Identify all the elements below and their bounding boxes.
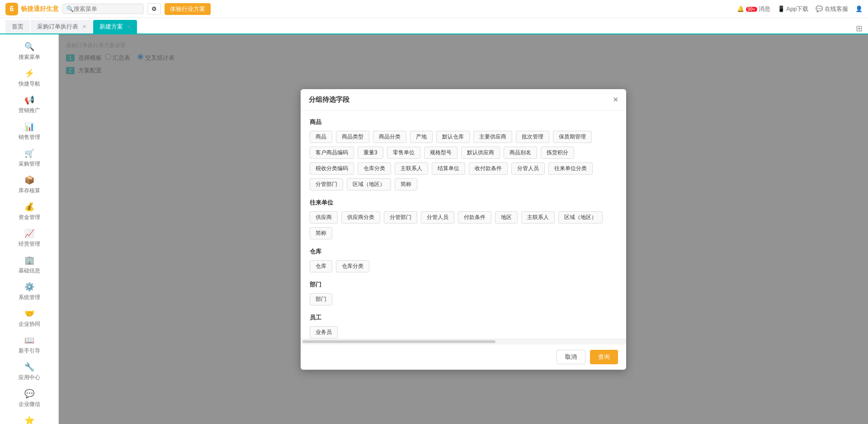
sidebar-item-quicknav[interactable]: ⚡ 快捷导航: [0, 65, 58, 91]
app-name: 畅捷通好生意: [21, 5, 59, 13]
sidebar-item-apps[interactable]: 🔧 应用中心: [0, 358, 58, 385]
main-layout: 🔍 搜索菜单 ⚡ 快捷导航 📢 营销推广 📊 销售管理 🛒 采购管理 📦 库存核…: [0, 34, 868, 424]
tab-close-new-plan[interactable]: ×: [127, 23, 131, 30]
wechat-icon: 💬: [24, 389, 34, 399]
tag-area[interactable]: 地区: [495, 211, 518, 224]
tag-partner-category[interactable]: 往来单位分类: [548, 162, 593, 175]
department-tags: 部门: [310, 293, 617, 305]
tag-department[interactable]: 部门: [310, 293, 332, 305]
tag-spec-model[interactable]: 规格型号: [424, 147, 458, 159]
tab-expand[interactable]: ⊞: [856, 24, 863, 33]
tag-retail-unit[interactable]: 零售单位: [387, 147, 420, 159]
sidebar-item-marketing[interactable]: 📢 营销推广: [0, 91, 58, 118]
sidebar-item-sales[interactable]: 📊 销售管理: [0, 118, 58, 145]
sidebar-label-apps: 应用中心: [19, 374, 40, 381]
tab-close-purchase[interactable]: ×: [83, 23, 86, 30]
sidebar-label-basic: 基础信息: [19, 267, 40, 275]
section-department-title: 部门: [310, 281, 617, 289]
sidebar-item-operations[interactable]: 📈 经营管理: [0, 225, 58, 252]
tag-warehouse-category[interactable]: 仓库分类: [358, 162, 391, 175]
sidebar-item-collab[interactable]: 🤝 企业协同: [0, 305, 58, 332]
tag-batch-mgmt[interactable]: 批次管理: [516, 131, 549, 143]
section-product-title: 商品: [310, 118, 617, 126]
tag-warehouse[interactable]: 仓库: [310, 260, 332, 272]
tab-purchase-order[interactable]: 采购订单执行表 ×: [31, 20, 92, 33]
sidebar-item-member[interactable]: ⭐ 畅会员: [0, 412, 58, 424]
sidebar-item-system[interactable]: ⚙️ 系统管理: [0, 278, 58, 305]
tag-partner-abbr[interactable]: 简称: [310, 227, 332, 239]
tag-payment-cond[interactable]: 付款条件: [458, 211, 491, 224]
tag-main-supplier[interactable]: 主要供应商: [473, 131, 512, 143]
tag-partner-contact[interactable]: 主联系人: [521, 211, 555, 224]
confirm-button[interactable]: 查询: [590, 350, 618, 364]
app-download[interactable]: 📱 App下载: [778, 5, 808, 13]
sidebar-label-purchase: 采购管理: [19, 160, 40, 168]
section-employee-title: 员工: [310, 314, 617, 322]
system-icon: ⚙️: [24, 282, 34, 292]
tag-pick-points[interactable]: 拣货积分: [541, 147, 574, 159]
sidebar-item-purchase[interactable]: 🛒 采购管理: [0, 145, 58, 172]
modal-header: 分组待选字段 ×: [301, 89, 626, 111]
sidebar-label-system: 系统管理: [19, 294, 40, 301]
sidebar-item-search[interactable]: 🔍 搜索菜单: [0, 38, 58, 65]
content-area: 采购订单执行表方案设置 1 选择模板 汇总表 交叉统计表 2 方案配置: [59, 34, 868, 424]
sidebar-item-guide[interactable]: 📖 新手引导: [0, 332, 58, 358]
tag-product[interactable]: 商品: [310, 131, 332, 143]
tag-customer-code[interactable]: 客户商品编码: [310, 147, 354, 159]
finance-icon: 💰: [24, 202, 34, 212]
top-bar-right: 🔔 99+ 消息 📱 App下载 💬 在线客服 👤: [737, 5, 863, 13]
tag-product-category[interactable]: 商品分类: [373, 131, 406, 143]
tag-main-contact[interactable]: 主联系人: [395, 162, 428, 175]
tag-region[interactable]: 区域（地区）: [347, 178, 391, 191]
notification[interactable]: 🔔 99+ 消息: [737, 5, 770, 13]
settings-button[interactable]: ⚙: [147, 3, 161, 14]
sidebar-item-inventory[interactable]: 📦 库存核算: [0, 172, 58, 198]
search-input[interactable]: [74, 5, 150, 12]
experience-button[interactable]: 体验行业方案: [165, 3, 211, 15]
tag-settlement-unit[interactable]: 结算单位: [432, 162, 465, 175]
tag-supplier[interactable]: 供应商: [310, 211, 338, 224]
tab-new-plan[interactable]: 新建方案 ×: [93, 20, 137, 33]
tag-partner-region[interactable]: 区域（地区）: [558, 211, 603, 224]
purchase-icon: 🛒: [24, 148, 34, 158]
sidebar-item-wechat[interactable]: 💬 企业微信: [0, 385, 58, 412]
tag-supplier-category[interactable]: 供应商分类: [341, 211, 380, 224]
tag-partner-person[interactable]: 分管人员: [421, 211, 454, 224]
tag-origin[interactable]: 产地: [410, 131, 433, 143]
tag-supervisor[interactable]: 分管人员: [511, 162, 545, 175]
sidebar-item-basic[interactable]: 🏢 基础信息: [0, 252, 58, 278]
operations-icon: 📈: [24, 229, 34, 238]
user-avatar[interactable]: 👤: [855, 5, 863, 12]
tag-product-alias[interactable]: 商品别名: [504, 147, 537, 159]
modal-close-button[interactable]: ×: [613, 95, 618, 104]
tag-weight[interactable]: 重量3: [358, 147, 383, 159]
tag-payment-terms[interactable]: 收付款条件: [469, 162, 508, 175]
tag-default-supplier[interactable]: 默认供应商: [461, 147, 500, 159]
tag-dept[interactable]: 分管部门: [310, 178, 343, 191]
partner-tags: 供应商 供应商分类 分管部门 分管人员 付款条件 地区 主联系人 区域（地区） …: [310, 211, 617, 239]
tag-tax-code[interactable]: 税收分类编码: [310, 162, 354, 175]
tab-home[interactable]: 首页: [5, 20, 30, 33]
section-employee: 员工 业务员: [310, 314, 617, 338]
sidebar-label-collab: 企业协同: [19, 320, 40, 328]
section-department: 部门 部门: [310, 281, 617, 305]
tag-expiry-mgmt[interactable]: 保质期管理: [553, 131, 592, 143]
online-service[interactable]: 💬 在线客服: [816, 5, 848, 13]
modal-body[interactable]: 商品 商品 商品类型 商品分类 产地 默认仓库 主要供应商 批次管理 保质期管理…: [301, 111, 626, 339]
modal-overlay: 分组待选字段 × 商品 商品 商品类型 商品分类 产地 默认仓库: [59, 34, 868, 424]
modal-hscrollbar[interactable]: [301, 339, 626, 344]
tag-warehouse-cat[interactable]: 仓库分类: [336, 260, 369, 272]
section-partner: 往来单位 供应商 供应商分类 分管部门 分管人员 付款条件 地区 主联系人 区域…: [310, 199, 617, 239]
sidebar-item-finance[interactable]: 💰 资金管理: [0, 198, 58, 225]
tag-default-warehouse[interactable]: 默认仓库: [436, 131, 470, 143]
apps-icon: 🔧: [24, 362, 34, 372]
top-bar-left: 6 畅捷通好生意 🔍 ⚙ 体验行业方案: [5, 3, 211, 15]
tag-salesman[interactable]: 业务员: [310, 326, 338, 338]
tag-product-type[interactable]: 商品类型: [336, 131, 369, 143]
quicknav-icon: ⚡: [24, 68, 34, 78]
tag-abbr[interactable]: 简称: [395, 178, 417, 191]
top-bar: 6 畅捷通好生意 🔍 ⚙ 体验行业方案 🔔 99+ 消息 📱 App下载 💬 在…: [0, 0, 868, 18]
tag-partner-dept[interactable]: 分管部门: [384, 211, 417, 224]
search-bar[interactable]: 🔍: [62, 4, 144, 14]
cancel-button[interactable]: 取消: [557, 350, 585, 364]
